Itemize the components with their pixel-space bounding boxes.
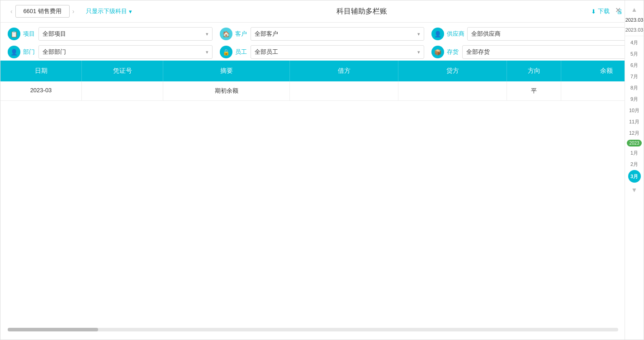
table-header: 日期 凭证号 摘要 借方 贷方 方向 余额 [0,61,644,81]
cell-debit [290,81,398,100]
download-label: 下载 [598,7,610,15]
main-container: ‹ 6601 销售费用 › 只显示下级科目 ▾ 科目辅助多栏账 ⬇ 下载 🖨 打… [0,0,644,340]
table-row: 2023-03 期初余额 平 [0,81,644,101]
cell-summary: 期初余额 [163,81,290,100]
show-sub-button[interactable]: 只显示下级科目 ▾ [86,7,132,15]
sidebar-month-2023-03-dup[interactable]: 2023.03 [625,25,644,35]
customer-label: 客户 [235,30,248,38]
project-label: 项目 [23,30,36,38]
filter-customer: 🏠 客户 全部客户 ▾ [220,27,425,41]
filter-bar: 📋 项目 全部项目 ▾ 🏠 客户 全部客户 ▾ 👤 供应商 全部供应 [0,23,644,61]
sidebar-month-5[interactable]: 5月 [625,48,644,60]
right-sidebar: ▲ 2023.03 2023.03 4月 5月 6月 7月 8月 9月 10月 … [625,0,644,340]
sidebar-month-2[interactable]: 2月 [625,159,644,170]
sidebar-month-8[interactable]: 8月 [625,82,644,94]
employee-icon: 🔒 [220,46,232,58]
year-badge[interactable]: 2023 [627,140,641,146]
col-voucher: 凭证号 [82,61,163,81]
sidebar-month-12[interactable]: 12月 [625,128,644,139]
filter-row-1: 📋 项目 全部项目 ▾ 🏠 客户 全部客户 ▾ 👤 供应商 全部供应 [8,27,636,41]
employee-value: 全部员工 [255,48,278,56]
inventory-label: 存货 [447,48,459,56]
sidebar-month-1[interactable]: 1月 [625,147,644,159]
show-sub-arrow-icon: ▾ [129,8,132,15]
sidebar-month-4[interactable]: 4月 [625,37,644,48]
sidebar-divider-1 [625,36,644,36]
supplier-icon: 👤 [431,28,444,40]
customer-arrow-icon: ▾ [417,31,420,37]
col-credit: 贷方 [398,61,507,81]
filter-project: 📋 项目 全部项目 ▾ [8,27,213,41]
filter-row-2: 👤 部门 全部部门 ▾ 🔒 员工 全部员工 ▾ 📦 存货 全部存货 [8,45,636,59]
inventory-icon: 📦 [431,46,444,58]
scrollbar-track [8,328,618,331]
table-body: 2023-03 期初余额 平 [0,81,644,101]
department-value: 全部部门 [43,48,66,56]
filter-inventory: 📦 存货 全部存货 ▾ [431,45,636,59]
sidebar-month-2023-03-top[interactable]: 2023.03 [625,15,644,25]
sidebar-month-3-selected[interactable]: 3月 [628,170,641,183]
close-button[interactable]: ✕ [615,6,621,14]
inventory-value: 全部存货 [466,48,490,56]
project-icon: 📋 [8,28,20,40]
filter-employee: 🔒 员工 全部员工 ▾ [220,45,425,59]
project-arrow-icon: ▾ [206,31,208,37]
employee-label: 员工 [235,48,248,56]
supplier-value: 全部供应商 [471,30,501,38]
page-title: 科目辅助多栏账 [132,7,591,16]
sidebar-month-9[interactable]: 9月 [625,94,644,105]
employee-select[interactable]: 全部员工 ▾ [251,45,425,59]
nav-prev-button[interactable]: ‹ [8,7,15,16]
col-debit: 借方 [290,61,398,81]
filter-department: 👤 部门 全部部门 ▾ [8,45,213,59]
department-label: 部门 [23,48,36,56]
col-direction: 方向 [507,61,561,81]
sidebar-up-icon[interactable]: ▲ [630,4,639,15]
sidebar-month-6[interactable]: 6月 [625,60,644,71]
employee-arrow-icon: ▾ [417,49,420,55]
sidebar-month-11[interactable]: 11月 [625,116,644,128]
customer-value: 全部客户 [255,30,278,38]
department-icon: 👤 [8,46,20,58]
horizontal-scrollbar[interactable] [0,328,625,332]
sidebar-down-icon[interactable]: ▼ [630,184,639,195]
cell-voucher [82,81,163,100]
sidebar-month-7[interactable]: 7月 [625,71,644,82]
sidebar-month-10[interactable]: 10月 [625,105,644,116]
cell-direction: 平 [507,81,561,100]
customer-icon: 🏠 [220,28,232,40]
supplier-select[interactable]: 全部供应商 ▾ [467,27,636,41]
col-summary: 摘要 [163,61,290,81]
project-select[interactable]: 全部项目 ▾ [38,27,213,41]
show-sub-label: 只显示下级科目 [86,7,127,15]
project-value: 全部项目 [43,30,66,38]
col-date: 日期 [0,61,82,81]
cell-credit [398,81,507,100]
inventory-select[interactable]: 全部存货 ▾ [462,45,636,59]
department-arrow-icon: ▾ [206,49,208,55]
table-container: 日期 凭证号 摘要 借方 贷方 方向 余额 2023-03 期初余额 平 [0,61,644,101]
customer-select[interactable]: 全部客户 ▾ [251,27,425,41]
department-select[interactable]: 全部部门 ▾ [38,45,213,59]
header: ‹ 6601 销售费用 › 只显示下级科目 ▾ 科目辅助多栏账 ⬇ 下载 🖨 打… [0,0,644,23]
scrollbar-thumb[interactable] [8,328,98,331]
download-button[interactable]: ⬇ 下载 [591,7,610,15]
nav-next-button[interactable]: › [70,7,77,16]
account-code[interactable]: 6601 销售费用 [15,5,70,18]
download-icon: ⬇ [591,8,596,15]
filter-supplier: 👤 供应商 全部供应商 ▾ [431,27,636,41]
supplier-label: 供应商 [447,30,464,38]
cell-date: 2023-03 [0,81,82,100]
